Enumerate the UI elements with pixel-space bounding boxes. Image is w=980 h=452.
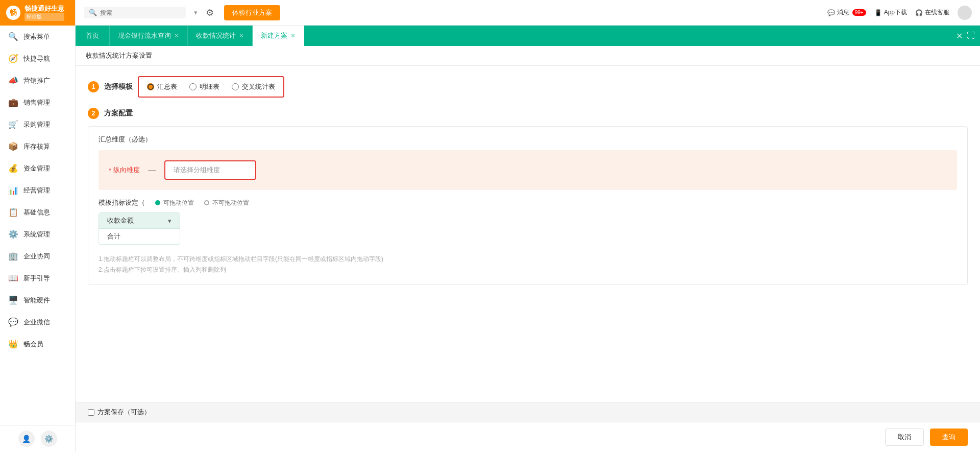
sidebar-item-operations[interactable]: 📊 经营管理 (0, 179, 75, 201)
tab-new-plan[interactable]: 新建方案 ✕ (253, 26, 304, 46)
app-name: 畅捷通好生意 (24, 5, 64, 13)
basics-icon: 📋 (8, 207, 18, 217)
sidebar-item-label: 智能硬件 (23, 296, 50, 305)
sidebar-item-hardware[interactable]: 🖥️ 智能硬件 (0, 289, 75, 311)
maximize-icon[interactable]: ⛶ (967, 31, 975, 40)
metrics-header-inner: 收款金额 ▾ (107, 216, 172, 225)
dimension-row: 纵向维度 — 请选择分组维度 (109, 160, 947, 180)
avatar[interactable] (958, 6, 972, 20)
sidebar-item-label: 基础信息 (23, 208, 50, 217)
radio-detail-input[interactable] (189, 83, 197, 90)
radio-cross-input[interactable] (232, 83, 239, 90)
save-option-label: 方案保存（可选） (97, 408, 151, 417)
gear-icon[interactable]: ⚙ (206, 7, 214, 18)
sidebar-item-label: 营销推广 (23, 76, 50, 85)
search-input[interactable] (100, 9, 172, 16)
tabbar-right: ✕ ⛶ (956, 26, 980, 46)
nav-icon: 🧭 (8, 54, 18, 63)
notification-button[interactable]: 💬 消息 99+ (827, 8, 866, 17)
hardware-icon: 🖥️ (8, 295, 18, 305)
sidebar-item-search[interactable]: 🔍 搜索菜单 (0, 26, 75, 47)
download-icon: 📱 (874, 9, 882, 16)
cancel-button[interactable]: 取消 (885, 429, 924, 446)
radio-summary-input[interactable] (147, 83, 154, 90)
notification-icon: 💬 (827, 9, 835, 16)
tip-1: 1.拖动标题栏可以调整布局，不可跨维度或指标区域拖动栏目字段(只能在同一维度或指… (99, 255, 957, 264)
sidebar-item-marketing[interactable]: 📣 营销推广 (0, 69, 75, 91)
app-badge: 标准版 (24, 13, 64, 21)
radio-cross-label: 交叉统计表 (242, 82, 275, 91)
step2-header: 2 方案配置 (88, 108, 968, 119)
sidebar-item-sales[interactable]: 💼 销售管理 (0, 91, 75, 113)
sidebar-footer-icon-1[interactable]: 👤 (18, 431, 35, 447)
dimension-select[interactable]: 请选择分组维度 (164, 160, 256, 180)
vertical-dimension-label: 纵向维度 (109, 165, 140, 175)
notification-badge: 99+ (852, 9, 866, 16)
sidebar-item-label: 畅会员 (23, 340, 43, 349)
query-button[interactable]: 查询 (930, 429, 968, 446)
metrics-header-label: 收款金额 (107, 216, 134, 225)
metrics-table-row: 合计 (99, 229, 180, 244)
save-option-checkbox[interactable] (88, 409, 94, 416)
sidebar-item-member[interactable]: 👑 畅会员 (0, 333, 75, 355)
trial-button[interactable]: 体验行业方案 (224, 5, 280, 20)
dimension-arrow: — (148, 165, 156, 175)
step1-section: 1 选择模板 汇总表 明细表 交叉统计表 (88, 76, 968, 98)
radio-detail[interactable]: 明细表 (189, 82, 219, 91)
metrics-row-label: 合计 (107, 232, 120, 240)
metrics-table-header[interactable]: 收款金额 ▾ (99, 213, 180, 229)
sidebar-item-finance[interactable]: 💰 资金管理 (0, 157, 75, 179)
sidebar-item-nav[interactable]: 🧭 快捷导航 (0, 47, 75, 69)
tab-close-icon[interactable]: ✕ (290, 32, 296, 39)
sidebar-item-label: 系统管理 (23, 230, 50, 239)
tab-bank-flow[interactable]: 现金银行流水查询 ✕ (110, 26, 188, 46)
sidebar-item-inventory[interactable]: 📦 库存核算 (0, 135, 75, 157)
sidebar-item-label: 企业微信 (23, 318, 50, 327)
sidebar-item-wechat[interactable]: 💬 企业微信 (0, 311, 75, 333)
sidebar-item-system[interactable]: ⚙️ 系统管理 (0, 223, 75, 245)
metrics-table: 收款金额 ▾ 合计 (99, 212, 180, 245)
sidebar-nav: 🔍 搜索菜单 🧭 快捷导航 📣 营销推广 💼 销售管理 🛒 采购管理 📦 库存核… (0, 26, 75, 425)
tab-home[interactable]: 首页 (76, 26, 110, 46)
sidebar-item-guide[interactable]: 📖 新手引导 (0, 267, 75, 289)
topbar-search-box[interactable]: 🔍 (84, 7, 186, 18)
step2-number: 2 (88, 108, 99, 119)
tab-receipt-stats-label: 收款情况统计 (196, 31, 236, 40)
radio-cross[interactable]: 交叉统计表 (232, 82, 275, 91)
sidebar-item-label: 搜索菜单 (23, 32, 50, 41)
radio-summary[interactable]: 汇总表 (147, 82, 177, 91)
sidebar-item-label: 库存核算 (23, 142, 50, 151)
sidebar-footer-icon-2[interactable]: ⚙️ (41, 431, 57, 447)
main-area: 🔍 ▾ ⚙ 体验行业方案 💬 消息 99+ 📱 App下载 🎧 在线客服 (76, 0, 980, 452)
guide-icon: 📖 (8, 273, 18, 283)
sales-icon: 💼 (8, 98, 18, 107)
sidebar-item-enterprise[interactable]: 🏢 企业协同 (0, 245, 75, 267)
sidebar-footer: 👤 ⚙️ (0, 425, 75, 452)
tabbar: 首页 现金银行流水查询 ✕ 收款情况统计 ✕ 新建方案 ✕ ✕ ⛶ (76, 26, 980, 46)
config-section: 汇总维度（必选） 纵向维度 — 请选择分组维度 (88, 126, 968, 285)
sidebar-item-label: 快捷导航 (23, 54, 50, 63)
close-window-icon[interactable]: ✕ (956, 31, 963, 41)
vertical-label-text: 纵向维度 (113, 165, 140, 175)
sidebar-item-basics[interactable]: 📋 基础信息 (0, 201, 75, 223)
tab-receipt-stats[interactable]: 收款情况统计 ✕ (188, 26, 253, 46)
wechat-icon: 💬 (8, 317, 18, 327)
sidebar: 畅 畅捷通好生意 标准版 🔍 搜索菜单 🧭 快捷导航 📣 营销推广 💼 销售管理… (0, 0, 76, 452)
download-label: App下载 (884, 8, 907, 17)
enterprise-icon: 🏢 (8, 251, 18, 261)
save-option-checkbox-label[interactable]: 方案保存（可选） (88, 408, 151, 417)
chevron-down-icon[interactable]: ▾ (194, 9, 198, 16)
draggable-hint: 可拖动位置 (155, 199, 194, 207)
search-menu-icon: 🔍 (8, 32, 18, 41)
support-button[interactable]: 🎧 在线客服 (915, 8, 949, 17)
tab-close-icon[interactable]: ✕ (239, 32, 244, 39)
sidebar-item-purchase[interactable]: 🛒 采购管理 (0, 113, 75, 135)
operations-icon: 📊 (8, 185, 18, 195)
sidebar-item-label: 新手引导 (23, 274, 50, 283)
action-bar: 取消 查询 (76, 422, 980, 452)
app-download-button[interactable]: 📱 App下载 (874, 8, 907, 17)
dimension-area: 纵向维度 — 请选择分组维度 (99, 150, 957, 190)
metrics-chevron-icon[interactable]: ▾ (168, 217, 172, 225)
tab-close-icon[interactable]: ✕ (174, 32, 179, 39)
finance-icon: 💰 (8, 163, 18, 173)
